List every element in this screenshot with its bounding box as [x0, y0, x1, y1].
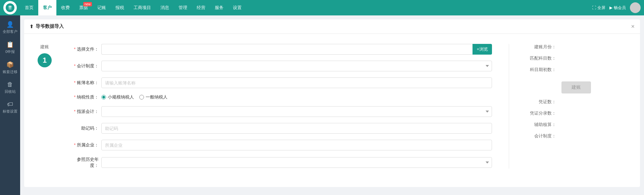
- vertical-divider: [509, 44, 509, 169]
- ref-year-label: 参照历史年度：: [72, 156, 99, 169]
- ledger-name-label: 账簿名称：: [72, 80, 99, 86]
- accounting-system-select[interactable]: [101, 61, 492, 71]
- file-input[interactable]: [101, 44, 473, 55]
- radio-general-label: 一般纳税人: [146, 94, 167, 100]
- ref-year-row: 参照历史年度：: [72, 156, 492, 169]
- browse-button[interactable]: +浏览: [473, 44, 492, 55]
- svg-point-1: [633, 4, 637, 8]
- build-account-button[interactable]: 建账: [561, 81, 591, 93]
- user-avatar[interactable]: [630, 2, 641, 13]
- nav-right-section: ⛶ 全屏 ▶ 畅会员: [592, 2, 641, 13]
- vouchers-label: 凭证数：: [526, 99, 556, 105]
- all-customers-icon: 👤: [6, 21, 14, 28]
- build-month-row: 建账月份：: [526, 44, 627, 50]
- vouchers-row: 凭证数：: [526, 99, 627, 105]
- nav-item-management[interactable]: 管理: [174, 0, 192, 15]
- company-input[interactable]: [101, 140, 492, 150]
- ref-year-select[interactable]: [101, 157, 492, 168]
- vip-button[interactable]: ▶ 畅会员: [609, 5, 626, 11]
- tax-type-row: 纳税性质： 小规模纳税人 一般纳税人: [72, 94, 492, 100]
- accounting-system-row: 会计制度：: [72, 61, 492, 71]
- zero-report-icon: 📋: [6, 41, 14, 48]
- ledger-name-row: 账簿名称：: [72, 77, 492, 88]
- accountant-row: 指派会计：: [72, 106, 492, 117]
- nav-item-bookkeeping[interactable]: 记账: [93, 0, 111, 15]
- accountant-label: 指派会计：: [72, 109, 99, 115]
- main-content: ⬆ 导爷数据导入 × 建账 1 选择文件：: [20, 15, 644, 195]
- modal-header: ⬆ 导爷数据导入 ×: [24, 19, 640, 34]
- ledger-name-input[interactable]: [101, 77, 492, 88]
- sidebar-item-zero-report[interactable]: 📋 0申报: [1, 38, 19, 57]
- right-accounting-system-row: 会计制度：: [526, 133, 627, 139]
- accountant-select[interactable]: [101, 106, 492, 117]
- import-icon: ⬆: [30, 24, 34, 29]
- left-form: 选择文件： +浏览 会计制度： 账簿名称：: [72, 44, 492, 169]
- nav-item-projects[interactable]: 工商项目: [129, 0, 156, 15]
- step-label: 建账: [40, 44, 49, 50]
- nav-item-customers[interactable]: 客户: [38, 0, 56, 15]
- sidebar: 👤 全部客户 📋 0申报 📦 账套迁移 🗑 回收站 🏷 标签设置: [0, 15, 20, 195]
- file-row: 选择文件： +浏览: [72, 44, 492, 55]
- step-section: 建账 1: [38, 44, 58, 169]
- right-accounting-system-label: 会计制度：: [526, 133, 556, 139]
- tax-type-label: 纳税性质：: [72, 94, 99, 100]
- nav-item-messages[interactable]: 消息: [156, 0, 174, 15]
- labels-icon: 🏷: [7, 101, 13, 108]
- right-panel: 建账月份： 匹配科目数： 科目期初数： 建账 凭证数：: [526, 44, 627, 169]
- match-subjects-row: 匹配科目数：: [526, 55, 627, 61]
- radio-general-input[interactable]: [139, 95, 144, 100]
- aux-accounting-row: 辅助核算：: [526, 122, 627, 128]
- radio-general[interactable]: 一般纳税人: [139, 94, 167, 100]
- nav-item-home[interactable]: 首页: [20, 0, 38, 15]
- close-button[interactable]: ×: [631, 23, 635, 29]
- nav-item-invoices[interactable]: 票据 new: [75, 0, 93, 15]
- voucher-entries-label: 凭证分录数：: [526, 110, 556, 116]
- radio-small-scale-label: 小规模纳税人: [108, 94, 134, 100]
- modal-title: ⬆ 导爷数据导入: [30, 23, 64, 29]
- radio-small-scale-input[interactable]: [101, 95, 106, 100]
- aux-accounting-label: 辅助核算：: [526, 122, 556, 128]
- migration-icon: 📦: [6, 61, 14, 68]
- company-label: 所属企业：: [72, 142, 99, 148]
- memo-code-row: 助记码：: [72, 123, 492, 134]
- nav-item-operations[interactable]: 经营: [192, 0, 210, 15]
- nav-item-fees[interactable]: 收费: [56, 0, 75, 15]
- subjects-init-row: 科目期初数：: [526, 67, 627, 73]
- nav-item-settings[interactable]: 设置: [228, 0, 246, 15]
- company-row: 所属企业：: [72, 140, 492, 150]
- sidebar-item-recycle[interactable]: 🗑 回收站: [1, 78, 19, 97]
- match-subjects-label: 匹配科目数：: [526, 55, 556, 61]
- accounting-system-label: 会计制度：: [72, 63, 99, 69]
- app-logo[interactable]: [3, 1, 17, 14]
- sidebar-item-all-customers[interactable]: 👤 全部客户: [1, 18, 19, 37]
- fullscreen-button[interactable]: ⛶ 全屏: [592, 5, 605, 11]
- step-circle: 1: [38, 53, 52, 67]
- main-layout: 👤 全部客户 📋 0申报 📦 账套迁移 🗑 回收站 🏷 标签设置 ⬆ 导爷数据导…: [0, 15, 644, 195]
- svg-point-2: [632, 9, 639, 12]
- memo-code-input[interactable]: [101, 123, 492, 134]
- nav-menu: 首页 客户 收费 票据 new 记账 报税 工商项目 消息 管理 经营 服务 设…: [20, 0, 592, 15]
- tax-type-radio-group: 小规模纳税人 一般纳税人: [101, 94, 167, 100]
- new-badge: new: [83, 2, 92, 6]
- voucher-entries-row: 凭证分录数：: [526, 110, 627, 116]
- top-nav: 首页 客户 收费 票据 new 记账 报税 工商项目 消息 管理 经营 服务 设…: [0, 0, 644, 15]
- subjects-init-label: 科目期初数：: [526, 67, 556, 73]
- build-month-label: 建账月份：: [526, 44, 556, 50]
- file-label: 选择文件：: [72, 46, 99, 52]
- nav-item-services[interactable]: 服务: [210, 0, 228, 15]
- memo-code-label: 助记码：: [72, 125, 99, 131]
- fullscreen-icon: ⛶: [592, 5, 596, 10]
- form-area: 建账 1 选择文件： +浏览: [24, 34, 640, 179]
- sidebar-item-labels[interactable]: 🏷 标签设置: [1, 98, 19, 117]
- radio-small-scale[interactable]: 小规模纳税人: [101, 94, 134, 100]
- sidebar-item-migration[interactable]: 📦 账套迁移: [1, 58, 19, 77]
- recycle-icon: 🗑: [7, 81, 13, 88]
- nav-item-tax[interactable]: 报税: [111, 0, 129, 15]
- file-input-wrap: +浏览: [101, 44, 492, 55]
- modal-card: ⬆ 导爷数据导入 × 建账 1 选择文件：: [24, 19, 640, 187]
- vip-icon: ▶: [609, 5, 612, 10]
